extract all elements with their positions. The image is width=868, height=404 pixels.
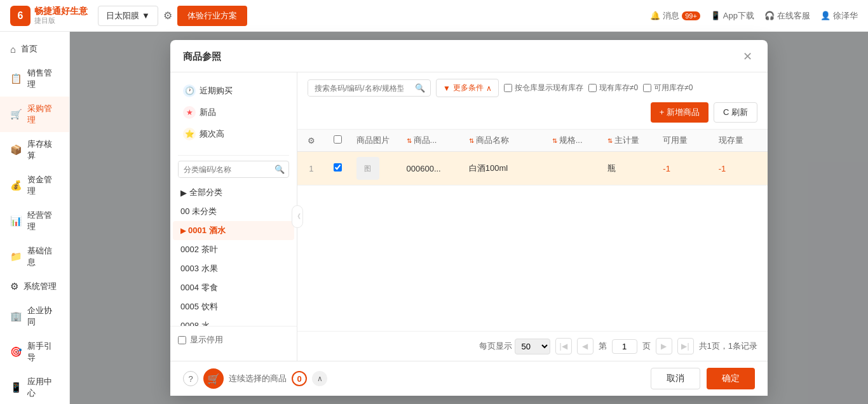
- user-profile[interactable]: 👤 徐泽华: [820, 10, 858, 22]
- trial-button[interactable]: 体验行业方案: [177, 6, 247, 26]
- sidebar-item-base[interactable]: 📁 基础信息: [0, 239, 69, 274]
- td-unit: 瓶: [601, 152, 656, 185]
- gear-icon[interactable]: ⚙: [163, 10, 172, 22]
- content-area: 商品参照 ✕ 🕐 近期购买 ★ 新: [70, 32, 868, 404]
- bell-icon: 🔔: [650, 11, 660, 20]
- add-product-button[interactable]: + 新增商品: [651, 102, 709, 123]
- category-item-0001[interactable]: ▶ 0001 酒水: [173, 221, 294, 240]
- sidebar-item-apps[interactable]: 📱 应用中心: [0, 370, 69, 404]
- confirm-button[interactable]: 确定: [707, 368, 755, 389]
- chevron-down-icon: ▼: [142, 11, 150, 20]
- th-settings[interactable]: ⚙: [297, 130, 325, 152]
- quick-item-freq[interactable]: ⭐ 频次高: [178, 123, 289, 145]
- headset-icon: 🎧: [764, 11, 775, 20]
- first-page-button[interactable]: |◀: [555, 338, 572, 354]
- th-unit[interactable]: ⇅ 主计量: [601, 130, 656, 152]
- available-checkbox[interactable]: [588, 84, 597, 92]
- page-size-select[interactable]: 50 100 200: [515, 339, 550, 354]
- product-table-container: ⚙ 商品图片 ⇅ 商品...: [297, 130, 768, 331]
- th-spec[interactable]: ⇅ 规格...: [546, 130, 601, 152]
- prev-page-button[interactable]: ◀: [577, 338, 593, 354]
- refresh-button[interactable]: C 刷新: [714, 102, 757, 123]
- sidebar-item-sales[interactable]: 📋 销售管理: [0, 61, 69, 97]
- collapse-left-panel-button[interactable]: 《: [292, 205, 303, 228]
- show-disabled-checkbox[interactable]: [178, 336, 186, 344]
- sidebar-item-inventory[interactable]: 📦 库存核算: [0, 132, 69, 168]
- inventory-icon: 📦: [10, 144, 22, 156]
- help-icon[interactable]: ?: [183, 371, 198, 386]
- category-item-0008[interactable]: 0008 水: [173, 316, 294, 326]
- category-tree: ▶ 全部分类 00 未分类 ▶ 0001 酒水 0002 茶: [170, 183, 297, 326]
- sidebar-item-system[interactable]: ⚙ 系统管理: [0, 274, 69, 299]
- td-available: -1: [656, 152, 712, 185]
- modal-footer: ? 🛒 连续选择的商品 0 ∧ 取消 确定: [170, 361, 768, 396]
- category-item-00[interactable]: 00 未分类: [173, 202, 294, 221]
- base-icon: 📁: [10, 251, 22, 262]
- guide-icon: 🎯: [10, 346, 22, 358]
- quick-item-new[interactable]: ★ 新品: [178, 102, 289, 123]
- sidebar-item-operation[interactable]: 📊 经营管理: [0, 203, 69, 239]
- usable-checkbox[interactable]: [643, 84, 651, 92]
- recent-icon: 🕐: [183, 84, 196, 97]
- category-item-all[interactable]: ▶ 全部分类: [173, 183, 294, 202]
- sidebar-item-purchase[interactable]: 🛒 采购管理: [0, 97, 69, 132]
- modal-close-button[interactable]: ✕: [740, 49, 755, 64]
- cart-count: 0: [292, 371, 307, 386]
- top-nav: 6 畅捷通好生意 捷目版 日太阳膜 ▼ ⚙ 体验行业方案 🔔 消息 99+ 📱 …: [0, 0, 868, 32]
- last-page-button[interactable]: ▶|: [677, 338, 694, 354]
- category-search-icon[interactable]: 🔍: [271, 161, 288, 177]
- warehouse-checkbox[interactable]: [504, 84, 512, 92]
- product-search-input[interactable]: [308, 81, 410, 96]
- page-number-input[interactable]: [612, 339, 637, 354]
- online-service[interactable]: 🎧 在线客服: [764, 10, 810, 22]
- collapse-cart-button[interactable]: ∧: [312, 371, 327, 386]
- td-check[interactable]: [325, 152, 350, 185]
- sidebar-item-enterprise[interactable]: 🏢 企业协同: [0, 299, 69, 334]
- row-checkbox[interactable]: [334, 163, 342, 172]
- nav-dropdown[interactable]: 日太阳膜 ▼: [98, 6, 158, 26]
- modal-body: 🕐 近期购买 ★ 新品 ⭐ 频次高 《: [170, 72, 768, 361]
- category-item-0005[interactable]: 0005 饮料: [173, 297, 294, 316]
- sales-icon: 📋: [10, 73, 22, 84]
- table-row[interactable]: 1 图 000600... 白酒100ml 瓶: [297, 152, 768, 185]
- td-name: 白酒100ml: [463, 152, 546, 185]
- td-code: 000600...: [400, 152, 463, 185]
- category-item-0002[interactable]: 0002 茶叶: [173, 240, 294, 259]
- sort-icon: ⇅: [407, 137, 412, 144]
- sidebar-item-finance[interactable]: 💰 资金管理: [0, 168, 69, 203]
- sidebar-item-guide[interactable]: 🎯 新手引导: [0, 334, 69, 370]
- th-name[interactable]: ⇅ 商品名称: [463, 130, 546, 152]
- category-search-input[interactable]: [179, 162, 271, 177]
- sidebar-item-home[interactable]: ⌂ 首页: [0, 37, 69, 61]
- product-reference-modal: 商品参照 ✕ 🕐 近期购买 ★ 新: [170, 40, 768, 396]
- category-item-0003[interactable]: 0003 水果: [173, 259, 294, 278]
- show-disabled-area: 显示停用: [170, 326, 297, 353]
- notifications[interactable]: 🔔 消息 99+: [650, 10, 700, 22]
- continuous-label: 连续选择的商品: [229, 373, 287, 384]
- notification-badge: 99+: [682, 11, 700, 20]
- search-icon[interactable]: 🔍: [410, 80, 430, 96]
- td-image: 图: [350, 152, 400, 185]
- next-page-button[interactable]: ▶: [656, 338, 672, 354]
- logo-icon: 6: [10, 6, 31, 26]
- cancel-button[interactable]: 取消: [651, 368, 700, 389]
- sidebar: ⌂ 首页 📋 销售管理 🛒 采购管理 📦 库存核算 💰 资金管理 📊 经营管理 …: [0, 32, 70, 404]
- product-table: ⚙ 商品图片 ⇅ 商品...: [297, 130, 768, 185]
- main-layout: ⌂ 首页 📋 销售管理 🛒 采购管理 📦 库存核算 💰 资金管理 📊 经营管理 …: [0, 32, 868, 404]
- td-stock: -1: [712, 152, 768, 185]
- td-seq: 1: [297, 152, 325, 185]
- select-all-checkbox[interactable]: [334, 135, 342, 144]
- operation-icon: 📊: [10, 215, 22, 227]
- pagination: 每页显示 50 100 200 |◀ ◀ 第 页: [297, 331, 768, 361]
- app-download[interactable]: 📱 App下载: [710, 10, 754, 22]
- more-filter-button[interactable]: ▼ 更多条件 ∧: [436, 79, 499, 97]
- th-image: 商品图片: [350, 130, 400, 152]
- quick-item-recent[interactable]: 🕐 近期购买: [178, 80, 289, 102]
- quick-access: 🕐 近期购买 ★ 新品 ⭐ 频次高: [170, 80, 297, 150]
- category-item-0004[interactable]: 0004 零食: [173, 278, 294, 297]
- th-code[interactable]: ⇅ 商品...: [400, 130, 463, 152]
- modal-header: 商品参照 ✕: [170, 40, 768, 72]
- right-panel: 🔍 ▼ 更多条件 ∧ 按仓库显示现有库存: [297, 72, 768, 361]
- product-thumbnail: 图: [356, 157, 379, 180]
- user-icon: 👤: [820, 11, 831, 20]
